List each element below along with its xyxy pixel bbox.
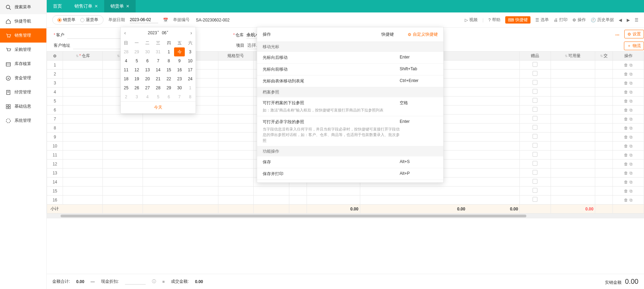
copy-icon[interactable]: ⧉ xyxy=(629,162,633,166)
tab-delivery[interactable]: 销货单✕ xyxy=(104,0,136,12)
calendar-icon[interactable]: 📅 xyxy=(163,18,168,22)
row-more-icon[interactable]: ⋯ xyxy=(615,33,620,37)
copy-icon[interactable]: ⧉ xyxy=(629,99,633,103)
cal-day[interactable]: 9 xyxy=(174,56,185,65)
settings-button[interactable]: ⚙设置 xyxy=(624,30,644,38)
cal-day[interactable]: 25 xyxy=(121,83,131,92)
video-button[interactable]: ▷视频 xyxy=(465,17,478,23)
delete-icon[interactable]: 🗑 xyxy=(624,171,628,175)
col-warehouse[interactable]: *仓库 xyxy=(63,52,103,61)
cal-day[interactable]: 5 xyxy=(131,56,142,65)
cal-day[interactable]: 8 xyxy=(163,56,174,65)
cal-day[interactable]: 11 xyxy=(121,65,131,74)
cal-day[interactable]: 30 xyxy=(174,83,185,92)
delete-icon[interactable]: 🗑 xyxy=(624,63,628,67)
horizontal-scrollbar[interactable] xyxy=(47,214,644,218)
cal-day[interactable]: 24 xyxy=(185,74,196,83)
cal-day[interactable]: 22 xyxy=(163,74,174,83)
gift-cell[interactable] xyxy=(520,178,551,187)
select-doc-button[interactable]: ☰选单 xyxy=(535,17,549,23)
gift-cell[interactable] xyxy=(520,151,551,160)
copy-icon[interactable]: ⧉ xyxy=(629,63,633,67)
cal-day[interactable]: 28 xyxy=(153,83,164,92)
delete-icon[interactable]: 🗑 xyxy=(624,90,628,94)
cal-month[interactable]: 06˅ xyxy=(162,30,169,35)
history-button[interactable]: 🕘历史单据 xyxy=(591,17,614,23)
copy-icon[interactable]: ⧉ xyxy=(629,90,633,94)
gift-cell[interactable] xyxy=(520,169,551,178)
cal-next-icon[interactable]: › xyxy=(190,30,192,36)
date-input[interactable] xyxy=(130,17,158,23)
cal-day-next[interactable]: 5 xyxy=(153,92,164,101)
table-row[interactable]: 15🗑⧉ xyxy=(47,187,644,196)
cal-day[interactable]: 19 xyxy=(131,74,142,83)
sidebar-item-inventory[interactable]: 库存核算 xyxy=(0,57,46,71)
copy-icon[interactable]: ⧉ xyxy=(629,81,633,85)
cal-day-next[interactable]: 2 xyxy=(121,92,131,101)
cal-day-prev[interactable]: 31 xyxy=(153,47,164,56)
gift-cell[interactable] xyxy=(520,61,551,70)
customer-input[interactable] xyxy=(67,31,126,39)
cal-day[interactable]: 20 xyxy=(142,74,153,83)
gift-cell[interactable] xyxy=(520,88,551,97)
copy-icon[interactable]: ⧉ xyxy=(629,117,633,121)
cal-today-button[interactable]: 今天 xyxy=(121,101,196,113)
table-row[interactable]: 16🗑⧉ xyxy=(47,196,644,205)
sidebar-item-sales[interactable]: 销售管理 xyxy=(0,28,46,43)
gift-cell[interactable] xyxy=(520,142,551,151)
delete-icon[interactable]: 🗑 xyxy=(624,180,628,184)
delete-icon[interactable]: 🗑 xyxy=(624,99,628,103)
copy-icon[interactable]: ⧉ xyxy=(629,189,633,193)
delete-icon[interactable]: 🗑 xyxy=(624,72,628,76)
delete-icon[interactable]: 🗑 xyxy=(624,117,628,121)
col-spec[interactable]: 规格型号 xyxy=(218,52,254,61)
cal-day-prev[interactable]: 28 xyxy=(121,47,131,56)
copy-icon[interactable]: ⧉ xyxy=(629,180,633,184)
gift-cell[interactable] xyxy=(520,106,551,115)
copy-icon[interactable]: ⧉ xyxy=(629,198,633,202)
cal-prev-icon[interactable]: ‹ xyxy=(124,30,126,36)
cal-day[interactable]: 18 xyxy=(121,74,131,83)
cal-day-next[interactable]: 7 xyxy=(174,92,185,101)
cal-day[interactable]: 6 xyxy=(142,56,153,65)
tab-home[interactable]: 首页 xyxy=(47,0,68,12)
close-icon[interactable]: ✕ xyxy=(94,4,98,9)
cal-year[interactable]: 2023˅ xyxy=(148,30,159,35)
copy-icon[interactable]: ⧉ xyxy=(629,126,633,130)
copy-icon[interactable]: ⧉ xyxy=(629,72,633,76)
gift-cell[interactable] xyxy=(520,187,551,196)
cal-day[interactable]: 14 xyxy=(153,65,164,74)
gift-cell[interactable] xyxy=(520,133,551,142)
cal-day[interactable]: 12 xyxy=(131,65,142,74)
cal-day[interactable]: 17 xyxy=(185,65,196,74)
sidebar-item-nav[interactable]: 快捷导航 xyxy=(0,14,46,28)
radio-sale[interactable]: 销货单 xyxy=(57,17,75,23)
tab-sales-order[interactable]: 销售订单✕ xyxy=(68,0,104,12)
close-icon[interactable]: ✕ xyxy=(126,4,129,9)
delete-icon[interactable]: 🗑 xyxy=(624,153,628,157)
col-available[interactable]: 可用量 xyxy=(551,52,595,61)
gift-cell[interactable] xyxy=(520,79,551,88)
copy-icon[interactable]: ⧉ xyxy=(629,108,633,112)
help-button[interactable]: ?帮助 xyxy=(488,17,500,23)
prev-doc-button[interactable]: ◀ xyxy=(619,18,622,22)
gift-cell[interactable] xyxy=(520,115,551,124)
delete-icon[interactable]: 🗑 xyxy=(624,144,628,148)
gift-cell[interactable] xyxy=(520,124,551,133)
cal-day[interactable]: 26 xyxy=(131,83,142,92)
cal-day[interactable]: 3 xyxy=(185,47,196,56)
sidebar-item-basic[interactable]: 基础信息 xyxy=(0,99,46,114)
cal-day-today[interactable]: 今 xyxy=(174,47,185,56)
cal-day[interactable]: 7 xyxy=(153,56,164,65)
operate-button[interactable]: ⚙操作 xyxy=(572,17,586,23)
col-deliver[interactable]: 交 xyxy=(595,52,613,61)
sidebar-item-purchase[interactable]: 采购管理 xyxy=(0,43,46,57)
cal-day[interactable]: 23 xyxy=(174,74,185,83)
delete-icon[interactable]: 🗑 xyxy=(624,81,628,85)
delete-icon[interactable]: 🗑 xyxy=(624,162,628,166)
gift-cell[interactable] xyxy=(520,196,551,205)
cal-day[interactable]: 27 xyxy=(142,83,153,92)
delete-icon[interactable]: 🗑 xyxy=(624,198,628,202)
cal-day-prev[interactable]: 30 xyxy=(142,47,153,56)
cal-day[interactable]: 29 xyxy=(163,83,174,92)
